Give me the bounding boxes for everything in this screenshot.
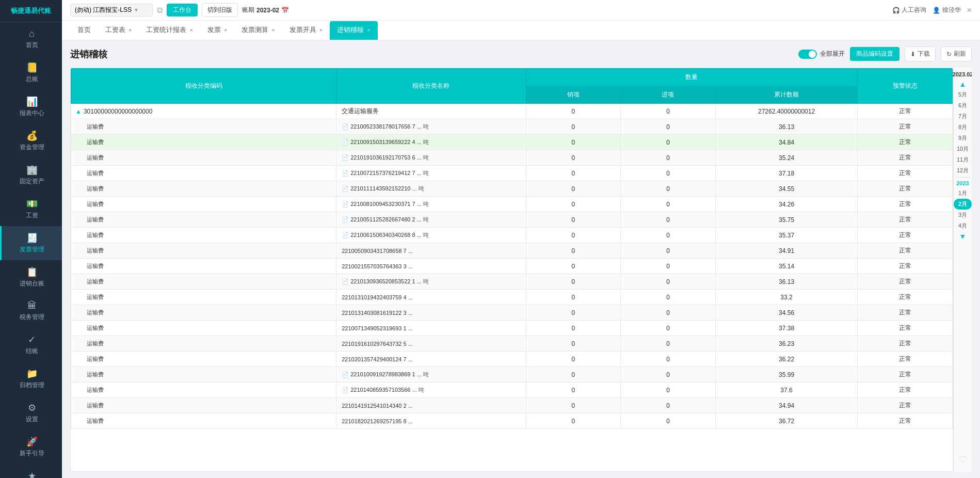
sidebar-item-settings[interactable]: ⚙设置 [0,396,62,430]
panel-month-3[interactable]: 3月 [954,210,972,220]
expand-toggle[interactable] [798,50,817,59]
tab-close-5[interactable]: × [319,27,323,33]
table-row: 运输费 2210021557035764363 3 ... 0 0 35.14 … [71,259,953,274]
company-selector[interactable]: (勿动) 江西报宝-LSS ▼ [70,4,153,17]
tab-6[interactable]: 进销稽核× [330,21,377,40]
avatar-icon: 👤 [933,7,940,14]
row-code: 运输费 [71,135,336,150]
row-xiao: 0 [526,413,621,429]
row-code: 运输费 [71,383,336,398]
panel-month-8[interactable]: 8月 [954,122,972,133]
main-content: (勿动) 江西报宝-LSS ▼ ⧉ 工作台 切到旧版 账期 2023-02 📅 … [62,0,980,478]
row-jin: 0 [621,166,716,181]
sidebar-icon-salary: 💵 [26,198,38,210]
tab-4[interactable]: 发票测算× [234,21,282,40]
panel-month-7[interactable]: 7月 [954,111,972,122]
headset-icon: 🎧 [892,7,900,14]
workbench-btn[interactable]: 工作台 [167,4,198,17]
sidebar-label-guide: 新手引导 [20,449,44,458]
switch-version-btn[interactable]: 切到旧版 [202,3,238,17]
download-btn[interactable]: ⬇ 下载 [905,46,936,61]
panel-down-arrow[interactable]: ▼ [959,231,967,242]
col-header-name: 税收分类名称 [336,69,526,104]
sidebar-item-sales[interactable]: 📋进销台账 [0,260,62,294]
file-icon: 📄 [342,170,349,176]
tab-label-0: 首页 [77,25,91,35]
panel-month-2[interactable]: 2月 [954,199,972,210]
panel-month-6[interactable]: 6月 [954,100,972,111]
tab-5[interactable]: 发票开具× [282,21,330,40]
row-invoice: 📄2210111143592152210 ... 吨 [336,181,526,197]
file-icon: 📄 [342,216,349,222]
sidebar-item-reports[interactable]: 📊报表中心 [0,90,62,124]
file-icon: 📄 [342,387,349,393]
panel-month-5[interactable]: 5月 [954,89,972,100]
copy-icon[interactable]: ⧉ [157,6,163,15]
sidebar-item-salary[interactable]: 💵工资 [0,192,62,226]
table-row: 运输费 📄2210091503139659222 4 ... 吨 0 0 34.… [71,135,953,150]
row-code: 运输费 [71,413,336,429]
sidebar-item-ledger[interactable]: 📒总账 [0,56,62,90]
sidebar-item-funds[interactable]: 💰资金管理 [0,124,62,158]
panel-month-1[interactable]: 1月 [954,188,972,199]
sidebar-item-guide[interactable]: 🚀新手引导 [0,430,62,464]
calendar-icon[interactable]: 📅 [281,7,289,14]
data-table-wrap: 税收分类编码 税收分类名称 数量 预警状态 销项 进项 累计数额 ▲301000 [70,68,953,472]
sidebar-label-salary: 工资 [26,211,38,220]
panel-month-4[interactable]: 4月 [954,220,972,231]
row-jin: 0 [621,305,716,321]
group-total: 27262.40000000012 [715,104,857,119]
sidebar-item-settle[interactable]: ✓结账 [0,328,62,362]
tab-close-2[interactable]: × [189,27,192,33]
panel-month-12[interactable]: 12月 [954,165,972,176]
row-xiao: 0 [526,243,621,259]
panel-month-9[interactable]: 9月 [954,133,972,144]
table-row: 运输费 2210182021269257195 8 ... 0 0 36.72 … [71,413,953,429]
window-close-btn[interactable]: × [967,6,972,15]
sidebar-item-home[interactable]: ⌂首页 [0,22,62,56]
sidebar-item-invoice[interactable]: 🧾发票管理 [0,226,62,260]
user-info: 👤 徐泾华 [933,6,961,14]
panel-month-11[interactable]: 11月 [954,154,972,165]
tab-1[interactable]: 工资表× [98,21,139,40]
row-jin: 0 [621,150,716,166]
row-jin: 0 [621,228,716,243]
refresh-btn[interactable]: ↻ 刷新 [941,46,972,61]
row-status: 正常 [858,150,953,166]
expand-icon[interactable]: ▲ [75,108,82,115]
tab-close-4[interactable]: × [271,27,275,33]
tab-2[interactable]: 工资统计报表× [139,21,200,40]
panel-month-10[interactable]: 10月 [954,144,972,154]
sidebar-item-archive[interactable]: 📁归档管理 [0,362,62,396]
tab-3[interactable]: 发票× [200,21,234,40]
sidebar-item-member[interactable]: ★畅会员 [0,464,62,478]
table-row: 运输费 📄2210130936520853522 1 ... 吨 0 0 36.… [71,274,953,290]
panel-up-arrow[interactable]: ▲ [959,79,967,89]
favorite-icon[interactable]: ♡ [959,454,967,470]
tab-close-1[interactable]: × [128,27,132,33]
row-status: 正常 [858,197,953,212]
table-row: 运输费 📄2210100919278983869 1 ... 吨 0 0 35.… [71,367,953,383]
expand-toggle-label: 全部展开 [820,50,845,58]
row-code: 运输费 [71,336,336,352]
sidebar-item-assets[interactable]: 🏢固定资产 [0,158,62,192]
sidebar-item-tax[interactable]: 🏛税务管理 [0,294,62,328]
tab-close-6[interactable]: × [367,27,370,33]
refresh-icon: ↻ [946,51,952,58]
tab-close-3[interactable]: × [224,27,227,33]
invoice-type-badge: 吨 [419,185,424,192]
row-total: 34.84 [715,135,857,150]
row-invoice: 📄2210100919278983869 1 ... 吨 [336,367,526,383]
group-code: ▲30100000000000000000 [71,104,336,119]
support-link[interactable]: 🎧 人工咨询 [892,6,926,14]
panel-year-current: 2023 [956,179,969,188]
settings-btn[interactable]: 商品编码设置 [850,47,899,61]
invoice-type-badge: 吨 [423,154,429,161]
invoice-type-badge: 吨 [423,216,429,222]
table-row: 运输费 2210131403081619122 3 ... 0 0 34.56 … [71,305,953,321]
tab-0[interactable]: 首页 [70,21,98,40]
row-code: 运输费 [71,197,336,212]
row-invoice: 📄2210130936520853522 1 ... 吨 [336,274,526,290]
row-total: 35.24 [715,150,857,166]
topbar: (勿动) 江西报宝-LSS ▼ ⧉ 工作台 切到旧版 账期 2023-02 📅 … [62,0,980,21]
